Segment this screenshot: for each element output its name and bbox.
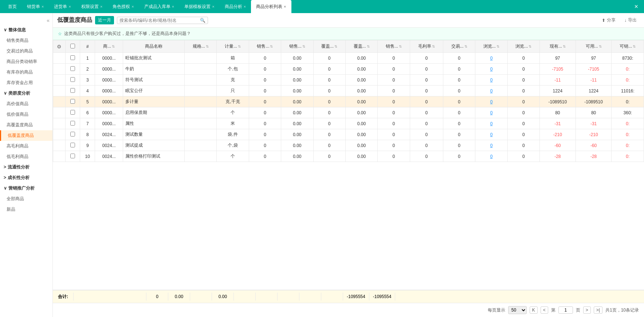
sidebar-section-growth[interactable]: >成长性分析 xyxy=(0,173,52,183)
row-checkbox[interactable] xyxy=(66,86,80,96)
nav-permission[interactable]: 权限设置 × xyxy=(76,0,107,13)
row-checkbox[interactable] xyxy=(66,64,80,75)
row-gross-rate: 0 xyxy=(410,107,443,118)
col-trade-cnt[interactable]: 交易...⇅ xyxy=(443,40,475,53)
sidebar-item-low-coverage[interactable]: 低覆盖度商品 xyxy=(0,130,52,141)
col-cover-num[interactable]: 覆盖...⇅ xyxy=(313,40,345,53)
row-browse1[interactable]: 0 xyxy=(475,64,507,75)
col-stock1[interactable]: 现有...⇅ xyxy=(539,40,576,53)
nav-purchase-order[interactable]: 进货单 × xyxy=(49,0,76,13)
col-sellable[interactable]: 可销...⇅ xyxy=(612,40,644,53)
share-icon: ⬆ xyxy=(602,18,605,23)
col-spec[interactable]: 规格...⇅ xyxy=(185,40,217,53)
sidebar-section-overall[interactable]: ∨整体信息 xyxy=(0,25,52,35)
col-sales-qty[interactable]: 销售...⇅ xyxy=(249,40,281,53)
row-checkbox[interactable] xyxy=(66,151,80,162)
nav-close-analysis-list[interactable]: × xyxy=(284,4,286,9)
nav-close-analysis[interactable]: × xyxy=(244,4,246,9)
row-num: 8 xyxy=(80,129,95,140)
nav-close-all-button[interactable]: × xyxy=(631,3,641,11)
search-box: 🔍 xyxy=(117,17,208,24)
nav-sales-order[interactable]: 销货单 × xyxy=(22,0,49,13)
time-filter-button[interactable]: 近一月 xyxy=(95,16,114,24)
col-gross-rate[interactable]: 毛利率⇅ xyxy=(410,40,443,53)
search-input[interactable] xyxy=(119,18,200,23)
row-checkbox[interactable] xyxy=(66,75,80,86)
sidebar-section-marketing[interactable]: ∨营销推广分析 xyxy=(0,183,52,194)
row-browse1[interactable]: 0 xyxy=(475,129,507,140)
per-page-select[interactable]: 50 100 200 xyxy=(508,306,527,314)
row-browse1[interactable]: 0 xyxy=(475,96,507,107)
row-browse1[interactable]: 0 xyxy=(475,75,507,86)
total-sellable xyxy=(395,293,417,301)
row-browse2: 0 xyxy=(507,118,539,129)
row-browse1[interactable]: 0 xyxy=(475,140,507,151)
nav-close-permission[interactable]: × xyxy=(100,4,102,9)
col-browse2[interactable]: 浏览...⇅ xyxy=(507,40,539,53)
nav-close-role[interactable]: × xyxy=(131,4,134,9)
col-browse1[interactable]: 浏览...⇅ xyxy=(475,40,507,53)
nav-close-product[interactable]: × xyxy=(172,4,174,9)
row-stock2: -31 xyxy=(576,118,612,129)
col-checkbox[interactable] xyxy=(66,40,80,53)
row-checkbox[interactable] xyxy=(66,129,80,140)
col-code[interactable]: 商...⇅ xyxy=(95,40,123,53)
col-cover-rate[interactable]: 覆盖...⇅ xyxy=(345,40,377,53)
col-settings[interactable]: ⚙ xyxy=(53,40,66,53)
nav-product-analysis[interactable]: 商品分析 × xyxy=(220,0,251,13)
nav-close-template[interactable]: × xyxy=(212,4,214,9)
row-checkbox[interactable] xyxy=(66,96,80,107)
nav-analysis-list[interactable]: 商品分析列表 × xyxy=(251,0,291,13)
export-button[interactable]: ↓ 导出 xyxy=(621,16,640,24)
share-button[interactable]: ⬆ 分享 xyxy=(599,16,619,24)
row-browse1[interactable]: 0 xyxy=(475,151,507,162)
next-page-button[interactable]: > xyxy=(583,306,591,314)
col-name[interactable]: 商品名称 xyxy=(123,40,185,53)
sidebar-item-all-goods[interactable]: 全部商品 xyxy=(0,194,52,204)
sidebar-item-low-value[interactable]: 低价值商品 xyxy=(0,109,52,120)
sidebar-section-cluster[interactable]: ∨类群度分析 xyxy=(0,88,52,99)
sidebar-item-stock-capital[interactable]: 库存资金占用 xyxy=(0,78,52,88)
row-browse1[interactable]: 0 xyxy=(475,107,507,118)
first-page-button[interactable]: K xyxy=(530,306,538,314)
sidebar-item-new-goods[interactable]: 新品 xyxy=(0,204,52,215)
sidebar-item-sales-goods[interactable]: 销售类商品 xyxy=(0,35,52,46)
nav-role-auth[interactable]: 角色授权 × xyxy=(107,0,139,13)
row-checkbox[interactable] xyxy=(66,107,80,118)
sidebar-item-high-coverage[interactable]: 高覆盖度商品 xyxy=(0,120,52,130)
row-checkbox[interactable] xyxy=(66,118,80,129)
sidebar-item-high-profit[interactable]: 高毛利商品 xyxy=(0,141,52,151)
prev-page-button[interactable]: < xyxy=(541,306,548,314)
last-page-button[interactable]: >| xyxy=(594,306,602,314)
sidebar-item-traded-goods[interactable]: 交易过的商品 xyxy=(0,46,52,56)
nav-close-sales[interactable]: × xyxy=(42,4,44,9)
row-checkbox[interactable] xyxy=(66,140,80,151)
nav-template-settings[interactable]: 单据模板设置 × xyxy=(179,0,219,13)
sidebar-section-flow[interactable]: >流通性分析 xyxy=(0,162,52,173)
row-sales-qty: 0 xyxy=(249,129,281,140)
gear-icon[interactable]: ⚙ xyxy=(57,44,62,49)
col-unit[interactable]: 计量...⇅ xyxy=(217,40,249,53)
table-row: 30000...符号测试克00.0000.0000000-11-110: xyxy=(53,75,644,86)
col-stock2[interactable]: 可用...⇅ xyxy=(576,40,612,53)
row-browse1[interactable]: 0 xyxy=(475,118,507,129)
sidebar-item-high-value[interactable]: 高价值商品 xyxy=(0,99,52,109)
row-stock1: -31 xyxy=(539,118,576,129)
col-num[interactable]: # xyxy=(80,40,95,53)
nav-product-instock[interactable]: 产成品入库单 × xyxy=(139,0,179,13)
row-checkbox[interactable] xyxy=(66,53,80,64)
row-cover-num: 0 xyxy=(313,151,345,162)
nav-home[interactable]: 首页 xyxy=(3,0,22,13)
sidebar-item-stock-goods[interactable]: 有库存的商品 xyxy=(0,67,52,78)
col-sales-days[interactable]: 销售...⇅ xyxy=(378,40,410,53)
nav-close-purchase[interactable]: × xyxy=(68,4,71,9)
sidebar-item-low-profit[interactable]: 低毛利商品 xyxy=(0,151,52,162)
search-icon[interactable]: 🔍 xyxy=(200,18,205,23)
page-number-input[interactable] xyxy=(558,306,573,314)
sidebar-collapse-btn[interactable]: « xyxy=(47,17,50,23)
col-sales-amt[interactable]: 销售...⇅ xyxy=(281,40,313,53)
select-all-checkbox[interactable] xyxy=(70,44,75,48)
row-browse1[interactable]: 0 xyxy=(475,86,507,96)
row-browse1[interactable]: 0 xyxy=(475,53,507,64)
sidebar-item-category-rate[interactable]: 商品分类动销率 xyxy=(0,56,52,67)
